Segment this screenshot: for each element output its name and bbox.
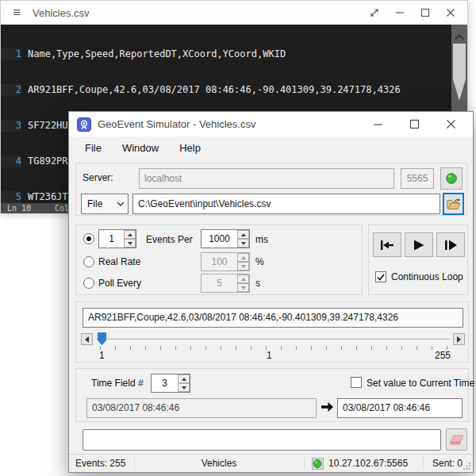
minimize-icon[interactable] [393,6,407,20]
slider-min-label: 1 [99,350,105,361]
clear-log-button[interactable] [446,428,467,451]
arrow-left-icon [85,336,89,343]
message-log-field[interactable] [83,429,441,451]
original-time-field[interactable]: 03/08/2017 08:46:46 [86,398,317,418]
poll-spinner[interactable]: 5 [201,274,250,293]
real-rate-label: Real Rate [98,256,140,267]
scrollbar-thumb[interactable] [453,44,466,101]
spin-up-icon[interactable] [124,230,136,239]
spin-up-icon[interactable] [178,374,190,383]
event-slider-track[interactable] [96,339,450,340]
geoevent-app-icon [77,117,91,132]
spin-down-icon[interactable] [237,239,249,248]
time-field-spinner[interactable]: 3 [151,374,190,393]
event-count-spinner[interactable]: 1 [98,229,136,248]
editor-window-title: Vehicles.csv [33,7,367,19]
current-event-field[interactable]: AR921BFF,Coupe,42.6,03/08/2017 08:46:46,… [83,308,463,328]
simulator-window-title: GeoEvent Simulator - Vehicles.csv [98,118,370,130]
editor-titlebar: ≡ Vehicles.csv [1,1,467,25]
server-port-field[interactable]: 5565 [401,168,434,189]
close-icon[interactable] [443,6,458,20]
poll-every-radio[interactable] [83,278,94,289]
check-icon [377,274,385,281]
expand-icon[interactable] [367,6,382,20]
geoevent-simulator-window: GeoEvent Simulator - Vehicles.csv File W… [68,111,474,473]
playback-group: Continuous Loop [368,225,468,295]
set-current-time-label: Set value to Current Time [367,378,474,389]
slider-max-label: 255 [435,350,451,361]
maps-to-arrow-icon [321,401,334,413]
sent-count: Sent: 0 [432,458,463,469]
close-icon[interactable] [443,117,459,132]
server-address: 10.27.102.67:5565 [328,458,408,469]
connection-status-icon [312,458,324,470]
preview-group: AR921BFF,Coupe,42.6,03/08/2017 08:46:46,… [75,301,469,363]
spin-down-icon[interactable] [124,239,136,248]
play-button[interactable] [405,232,433,257]
time-field-label: Time Field # [91,378,144,389]
maximize-icon[interactable] [418,6,432,20]
poll-every-label: Poll Every [98,278,141,289]
source-type-dropdown[interactable]: File [81,194,129,214]
column-indicator: Col [55,203,69,213]
set-current-time-checkbox[interactable] [351,377,362,388]
continuous-loop-checkbox[interactable] [375,271,386,282]
slider-current-label: 1 [267,350,272,361]
hamburger-menu-icon[interactable]: ≡ [1,6,33,20]
simulated-time-field[interactable]: 03/08/2017 08:46:46 [337,398,463,418]
time-group: Time Field # 3 Set value to Current Time… [75,368,469,422]
continuous-loop-label: Continuous Loop [391,271,463,282]
slider-ticks [100,346,449,350]
seconds-unit-label: s [255,278,260,289]
server-group: Server: localhost 5565 File C:\GeoEvent\… [75,163,467,216]
line-indicator: Ln 10 [7,203,31,213]
event-slider-thumb[interactable] [98,332,106,345]
eraser-icon [450,435,464,445]
connect-button[interactable] [440,167,463,190]
events-per-label: Events Per [146,234,193,245]
slider-right-button[interactable] [453,333,465,345]
resize-grip[interactable] [463,462,471,470]
skip-to-start-icon [379,239,395,251]
skip-to-start-button[interactable] [373,232,401,257]
server-label: Server: [83,172,113,183]
simulation-name: Vehicles [134,458,304,469]
folder-open-icon [447,198,461,210]
menubar: File Window Help [69,136,473,159]
step-forward-icon [443,239,459,251]
minimize-icon[interactable] [370,117,386,132]
events-count: Events: 255 [75,458,125,469]
ms-unit-label: ms [255,234,268,245]
arrow-right-icon [457,336,461,343]
file-path-field[interactable]: C:\GeoEvent\input\Vehicles.csv [132,194,440,214]
real-rate-radio[interactable] [83,256,94,267]
step-forward-button[interactable] [436,232,465,257]
spin-down-icon[interactable] [237,283,249,292]
menu-help[interactable]: Help [179,142,201,154]
interval-spinner[interactable]: 1000 [201,229,250,248]
csv-line: 1Name,Type,Speed,ReportedDT,XCoord,YCoor… [1,48,451,60]
rate-group: 1 Events Per 1000 ms Real Rate 100 % Pol… [75,225,363,295]
percent-unit-label: % [255,256,264,267]
real-rate-spinner[interactable]: 100 [201,252,250,271]
spin-down-icon[interactable] [237,262,249,271]
connected-icon [445,172,458,185]
desktop: ≡ Vehicles.csv 1Name,Type,Speed,Reporte [0,0,476,476]
spin-up-icon[interactable] [237,230,249,239]
menu-file[interactable]: File [85,142,102,154]
maximize-icon[interactable] [406,117,422,132]
server-host-field[interactable]: localhost [139,168,394,189]
scroll-up-icon[interactable] [455,29,464,44]
simulator-titlebar: GeoEvent Simulator - Vehicles.csv [69,112,473,136]
spin-up-icon[interactable] [237,253,249,262]
browse-file-button[interactable] [443,193,464,215]
csv-line: 2AR921BFF,Coupe,42.6,03/08/2017 08:46:46… [1,84,451,96]
menu-window[interactable]: Window [122,142,159,154]
play-icon [412,239,426,251]
slider-left-button[interactable] [81,333,93,345]
spin-up-icon[interactable] [237,274,249,283]
events-per-radio[interactable] [83,233,94,244]
chevron-down-icon [113,202,128,206]
spin-down-icon[interactable] [178,383,190,392]
simulator-statusbar: Events: 255 Vehicles 10.27.102.67:5565 S… [69,454,473,472]
